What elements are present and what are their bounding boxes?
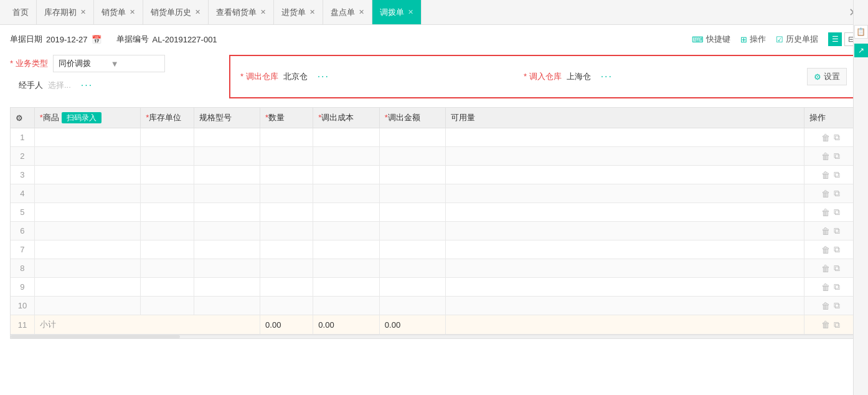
available-cell[interactable] xyxy=(446,222,804,240)
amount-cell[interactable] xyxy=(379,184,446,203)
sidebar-notes-icon[interactable]: 📋 xyxy=(854,25,868,39)
quantity-cell[interactable] xyxy=(260,240,313,259)
tab-close-inventory-count[interactable]: ✕ xyxy=(359,8,364,16)
settings-icon[interactable]: ⚙ xyxy=(16,113,23,123)
unit-cell[interactable] xyxy=(141,297,194,315)
delete-icon[interactable]: 🗑 xyxy=(821,207,830,217)
sidebar-expand-icon[interactable]: ↗ xyxy=(854,44,868,57)
cost-cell[interactable] xyxy=(313,184,380,203)
delete-icon[interactable]: 🗑 xyxy=(821,189,830,199)
delete-icon[interactable]: 🗑 xyxy=(821,245,830,255)
spec-cell[interactable] xyxy=(194,259,260,278)
unit-cell[interactable] xyxy=(141,278,194,297)
copy-icon[interactable]: ⧉ xyxy=(834,263,840,274)
amount-cell[interactable] xyxy=(379,297,446,315)
amount-cell[interactable] xyxy=(379,278,446,297)
cost-cell[interactable] xyxy=(313,203,380,222)
business-type-select[interactable]: 同价调拨 ▼ xyxy=(53,55,165,72)
quantity-cell[interactable] xyxy=(260,203,313,222)
amount-cell[interactable] xyxy=(379,240,446,259)
amount-cell[interactable] xyxy=(379,259,446,278)
cost-cell[interactable] xyxy=(313,259,380,278)
quantity-cell[interactable] xyxy=(260,184,313,203)
available-cell[interactable] xyxy=(446,278,804,297)
product-cell[interactable] xyxy=(34,240,140,259)
available-cell[interactable] xyxy=(446,203,804,222)
spec-cell[interactable] xyxy=(194,278,260,297)
copy-icon[interactable]: ⧉ xyxy=(834,244,840,255)
available-cell[interactable] xyxy=(446,166,804,184)
amount-cell[interactable] xyxy=(379,203,446,222)
available-cell[interactable] xyxy=(446,240,804,259)
tab-inventory-count[interactable]: 盘点单 ✕ xyxy=(323,0,372,24)
delete-icon[interactable]: 🗑 xyxy=(821,264,830,274)
available-cell[interactable] xyxy=(446,297,804,315)
tab-close-sales-order[interactable]: ✕ xyxy=(130,8,135,16)
spec-cell[interactable] xyxy=(194,166,260,184)
copy-icon[interactable]: ⧉ xyxy=(834,169,840,180)
available-cell[interactable] xyxy=(446,259,804,278)
copy-icon[interactable]: ⧉ xyxy=(834,300,840,311)
tab-sales-history[interactable]: 销货单历史 ✕ xyxy=(143,0,209,24)
shortcuts-button[interactable]: ⌨ 快捷键 xyxy=(692,34,730,45)
tab-close-sales-history[interactable]: ✕ xyxy=(195,8,200,16)
delete-icon[interactable]: 🗑 xyxy=(821,320,830,330)
copy-icon[interactable]: ⧉ xyxy=(834,226,840,236)
unit-cell[interactable] xyxy=(141,222,194,240)
product-cell[interactable] xyxy=(34,203,140,222)
cost-cell[interactable] xyxy=(313,222,380,240)
product-cell[interactable] xyxy=(34,184,140,203)
spec-cell[interactable] xyxy=(194,203,260,222)
copy-icon[interactable]: ⧉ xyxy=(834,132,840,143)
spec-cell[interactable] xyxy=(194,184,260,203)
tab-transfer-order[interactable]: 调拨单 ✕ xyxy=(372,0,422,24)
product-cell[interactable] xyxy=(34,222,140,240)
handler-more-icon[interactable]: ··· xyxy=(81,80,93,91)
copy-icon[interactable]: ⧉ xyxy=(834,282,840,292)
delete-icon[interactable]: 🗑 xyxy=(821,151,830,161)
copy-icon[interactable]: ⧉ xyxy=(834,188,840,199)
spec-cell[interactable] xyxy=(194,222,260,240)
spec-cell[interactable] xyxy=(194,297,260,315)
cost-cell[interactable] xyxy=(313,297,380,315)
tab-close-inventory-init[interactable]: ✕ xyxy=(80,8,86,16)
tab-sales-order[interactable]: 销货单 ✕ xyxy=(94,0,143,24)
layout-list-icon[interactable]: ☰ xyxy=(828,32,842,46)
tab-purchase-order[interactable]: 进货单 ✕ xyxy=(274,0,323,24)
copy-icon[interactable]: ⧉ xyxy=(834,151,840,161)
tab-view-sales[interactable]: 查看销货单 ✕ xyxy=(209,0,274,24)
product-cell[interactable] xyxy=(34,128,140,147)
quantity-cell[interactable] xyxy=(260,297,313,315)
product-cell[interactable] xyxy=(34,259,140,278)
unit-cell[interactable] xyxy=(141,128,194,147)
tab-close-purchase-order[interactable]: ✕ xyxy=(309,8,315,16)
unit-cell[interactable] xyxy=(141,203,194,222)
quantity-cell[interactable] xyxy=(260,259,313,278)
settings-button[interactable]: ⚙ 设置 xyxy=(807,68,847,85)
product-cell[interactable] xyxy=(34,147,140,166)
delete-icon[interactable]: 🗑 xyxy=(821,133,830,143)
unit-cell[interactable] xyxy=(141,240,194,259)
history-button[interactable]: ☑ 历史单据 xyxy=(776,34,818,45)
spec-cell[interactable] xyxy=(194,128,260,147)
spec-cell[interactable] xyxy=(194,147,260,166)
quantity-cell[interactable] xyxy=(260,222,313,240)
quantity-cell[interactable] xyxy=(260,147,313,166)
amount-cell[interactable] xyxy=(379,128,446,147)
calendar-icon[interactable]: 📅 xyxy=(92,35,101,44)
amount-cell[interactable] xyxy=(379,147,446,166)
delete-icon[interactable]: 🗑 xyxy=(821,282,830,292)
transfer-in-more-icon[interactable]: ··· xyxy=(601,71,613,82)
transfer-out-more-icon[interactable]: ··· xyxy=(318,71,329,82)
quantity-cell[interactable] xyxy=(260,278,313,297)
delete-icon[interactable]: 🗑 xyxy=(821,226,830,236)
unit-cell[interactable] xyxy=(141,259,194,278)
tab-close-transfer-order[interactable]: ✕ xyxy=(408,8,413,16)
product-cell[interactable] xyxy=(34,278,140,297)
spec-cell[interactable] xyxy=(194,240,260,259)
product-cell[interactable] xyxy=(34,166,140,184)
copy-icon[interactable]: ⧉ xyxy=(834,320,840,330)
tab-close-view-sales[interactable]: ✕ xyxy=(260,8,266,16)
scan-button[interactable]: 扫码录入 xyxy=(62,112,101,123)
amount-cell[interactable] xyxy=(379,166,446,184)
